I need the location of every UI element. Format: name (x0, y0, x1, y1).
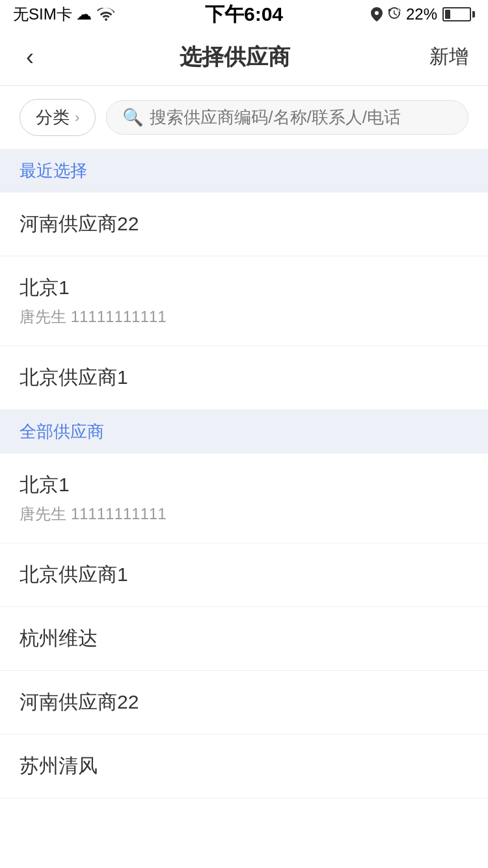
item-name: 北京供应商1 (20, 364, 468, 391)
wifi-icon (97, 8, 115, 21)
item-name: 杭州维达 (20, 625, 468, 652)
list-item[interactable]: 河南供应商22 (0, 671, 488, 735)
back-button[interactable]: ‹ (20, 37, 40, 77)
list-item[interactable]: 苏州清风 (0, 735, 488, 798)
list-item[interactable]: 北京1 唐先生 11111111111 (0, 454, 488, 543)
list-item[interactable]: 杭州维达 (0, 607, 488, 671)
page-title: 选择供应商 (180, 42, 290, 72)
add-button[interactable]: 新增 (429, 44, 468, 70)
list-item[interactable]: 北京供应商1 (0, 543, 488, 607)
status-right: 22% (371, 5, 475, 23)
item-name: 河南供应商22 (20, 211, 468, 237)
list-item[interactable]: 河南供应商22 (0, 193, 488, 256)
all-section-label: 全部供应商 (20, 422, 104, 441)
status-bar: 无SIM卡 ☁ 下午6:04 22% (0, 0, 488, 29)
item-name: 苏州清风 (20, 753, 468, 780)
search-icon: 🔍 (122, 107, 143, 128)
recent-section-header: 最近选择 (0, 149, 488, 193)
item-contact: 唐先生 11111111111 (20, 504, 468, 524)
alarm-icon (388, 7, 401, 21)
recent-section-label: 最近选择 (20, 161, 87, 180)
category-label: 分类 (36, 106, 70, 129)
status-time: 下午6:04 (205, 1, 283, 28)
item-contact: 唐先生 11111111111 (20, 306, 468, 327)
item-name: 北京1 (20, 472, 468, 498)
nav-bar: ‹ 选择供应商 新增 (0, 29, 488, 86)
item-name: 河南供应商22 (20, 689, 468, 716)
battery-icon (442, 7, 475, 21)
search-input[interactable] (150, 107, 452, 128)
no-sim-label: 无SIM卡 ☁ (13, 4, 92, 25)
status-left: 无SIM卡 ☁ (13, 4, 115, 25)
location-icon (371, 7, 383, 21)
chevron-right-icon: › (75, 109, 79, 126)
filter-bar: 分类 › 🔍 (0, 86, 488, 149)
battery-percent: 22% (406, 5, 437, 23)
list-item[interactable]: 北京供应商1 (0, 346, 488, 410)
category-filter[interactable]: 分类 › (20, 99, 96, 136)
list-item[interactable]: 北京1 唐先生 11111111111 (0, 256, 488, 346)
all-list: 北京1 唐先生 11111111111 北京供应商1 杭州维达 河南供应商22 … (0, 454, 488, 798)
all-section-header: 全部供应商 (0, 410, 488, 454)
recent-list: 河南供应商22 北京1 唐先生 11111111111 北京供应商1 (0, 193, 488, 410)
item-name: 北京供应商1 (20, 562, 468, 588)
item-name: 北京1 (20, 275, 468, 301)
search-box[interactable]: 🔍 (106, 100, 468, 135)
